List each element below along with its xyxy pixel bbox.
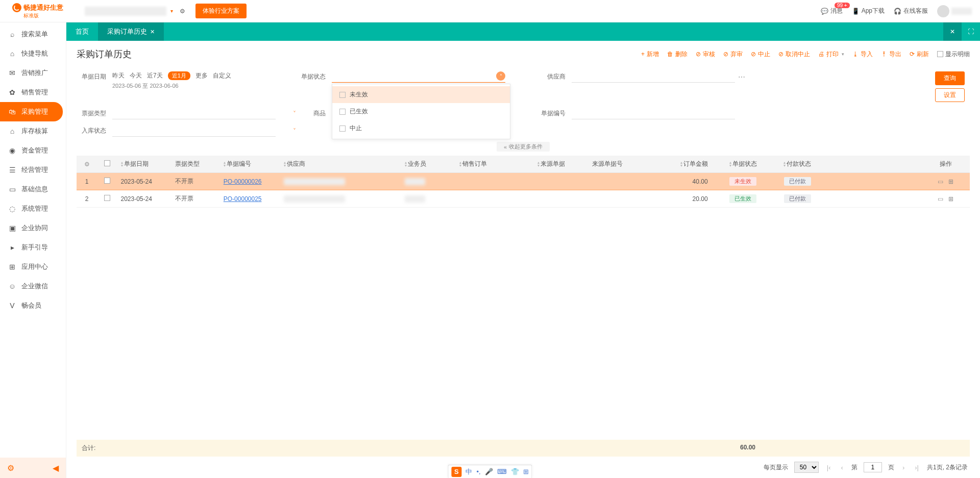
audit-button[interactable]: ⊘审核 bbox=[696, 50, 715, 59]
collapse-filters-button[interactable]: « 收起更多条件 bbox=[77, 140, 970, 156]
date-quick-custom[interactable]: 自定义 bbox=[213, 71, 231, 80]
view-icon[interactable]: ▭ bbox=[938, 178, 943, 185]
tab-home[interactable]: 首页 bbox=[66, 22, 98, 41]
print-button[interactable]: 🖨打印▾ bbox=[818, 50, 844, 59]
refresh-button[interactable]: ⟳刷新 bbox=[910, 50, 929, 59]
sidebar-item-operation[interactable]: ☰经营管理 bbox=[0, 160, 66, 180]
col-bill-status[interactable]: ▴▾单据状态 bbox=[716, 156, 771, 173]
prev-page-button[interactable]: ‹ bbox=[839, 464, 845, 471]
col-source-bill[interactable]: ▴▾来源单据 bbox=[534, 156, 589, 173]
status-option-not-effective[interactable]: 未生效 bbox=[332, 86, 510, 103]
sidebar-item-guide[interactable]: ▸新手引导 bbox=[0, 238, 66, 257]
try-industry-button[interactable]: 体验行业方案 bbox=[195, 4, 247, 18]
org-selector[interactable]: ▾ bbox=[85, 7, 173, 16]
select-all-checkbox[interactable] bbox=[97, 156, 117, 173]
col-sales-order[interactable]: ▴▾销售订单 bbox=[456, 156, 535, 173]
sidebar-item-marketing[interactable]: ✉营销推广 bbox=[0, 63, 66, 83]
table-row[interactable]: 2 2023-05-24 不开票 PO-00000025 20.00 已生效 bbox=[77, 190, 970, 208]
abandon-audit-button[interactable]: ⊘弃审 bbox=[723, 50, 743, 59]
stop-button[interactable]: ⊘中止 bbox=[751, 50, 770, 59]
tab-purchase-order-history[interactable]: 采购订单历史 ✕ bbox=[98, 22, 164, 41]
col-supplier[interactable]: ▴▾供应商 bbox=[281, 156, 402, 173]
cell-amount: 20.00 bbox=[655, 190, 716, 208]
col-date[interactable]: ▴▾单据日期 bbox=[118, 156, 173, 173]
col-invoice-type[interactable]: 票据类型 bbox=[172, 156, 220, 173]
toolbar-label: 打印 bbox=[826, 50, 839, 59]
collapse-sidebar-icon[interactable]: ◀ bbox=[53, 463, 59, 473]
app-download-button[interactable]: 📱 App下载 bbox=[852, 7, 885, 15]
more-icon[interactable]: ⊞ bbox=[948, 178, 953, 185]
sidebar-item-sales[interactable]: ✿销售管理 bbox=[0, 83, 66, 102]
query-button[interactable]: 查询 bbox=[935, 71, 965, 85]
col-bill-no[interactable]: ▴▾单据编号 bbox=[220, 156, 281, 173]
ime-lang[interactable]: 中 bbox=[465, 467, 472, 476]
ime-toolbar[interactable]: S 中 •, 🎤 ⌨ 👕 ⊞ bbox=[448, 465, 532, 478]
delete-button[interactable]: 🗑删除 bbox=[667, 50, 688, 59]
settings-gear-button[interactable]: ⚙ bbox=[177, 6, 187, 16]
new-button[interactable]: +新增 bbox=[641, 50, 659, 59]
more-icon[interactable]: ⊞ bbox=[948, 195, 953, 203]
tabs-fullscreen-button[interactable]: ⛶ bbox=[962, 22, 980, 41]
col-source-bill-no[interactable]: 来源单据号 bbox=[589, 156, 655, 173]
date-quick-yesterday[interactable]: 昨天 bbox=[112, 71, 125, 80]
sidebar-item-quick-nav[interactable]: ⌂快捷导航 bbox=[0, 44, 66, 63]
sidebar-item-finance[interactable]: ◉资金管理 bbox=[0, 141, 66, 160]
supplier-input[interactable] bbox=[572, 71, 735, 83]
close-icon[interactable]: ✕ bbox=[150, 29, 155, 35]
ime-toolbox-icon[interactable]: ⊞ bbox=[523, 468, 529, 475]
row-checkbox[interactable] bbox=[97, 173, 117, 190]
sidebar-item-member[interactable]: V畅会员 bbox=[0, 296, 66, 315]
date-quick-month[interactable]: 近1月 bbox=[168, 71, 190, 80]
date-quick-more[interactable]: 更多 bbox=[195, 71, 208, 80]
status-collapse-toggle[interactable]: ˄ bbox=[496, 71, 505, 81]
col-salesman[interactable]: ▴▾业务员 bbox=[402, 156, 456, 173]
sidebar-item-wechat[interactable]: ☺企业微信 bbox=[0, 276, 66, 296]
sidebar-item-inventory[interactable]: ⌂库存核算 bbox=[0, 121, 66, 141]
row-checkbox[interactable] bbox=[97, 190, 117, 208]
tabs-close-all-button[interactable]: ✕ bbox=[943, 22, 962, 41]
chevron-down-icon[interactable]: ˅ bbox=[293, 128, 296, 135]
sidebar-item-app-center[interactable]: ⊞应用中心 bbox=[0, 257, 66, 276]
sidebar-item-purchase[interactable]: 🛍采购管理 bbox=[0, 102, 63, 121]
instock-status-select[interactable] bbox=[112, 125, 276, 137]
bill-status-input[interactable] bbox=[332, 71, 505, 83]
ime-keyboard-icon[interactable]: ⌨ bbox=[497, 468, 507, 475]
cancel-stop-button[interactable]: ⊘取消中止 bbox=[778, 50, 810, 59]
ime-skin-icon[interactable]: 👕 bbox=[511, 468, 519, 475]
flower-icon: ✿ bbox=[8, 88, 16, 96]
sidebar-item-collab[interactable]: ▣企业协同 bbox=[0, 218, 66, 238]
last-page-button[interactable]: ›| bbox=[913, 464, 921, 471]
online-service-button[interactable]: 🎧 在线客服 bbox=[894, 7, 928, 15]
messages-button[interactable]: 💬 消息 99 + bbox=[821, 7, 843, 15]
bill-no-link[interactable]: PO-00000025 bbox=[224, 195, 262, 203]
status-option-effective[interactable]: 已生效 bbox=[332, 103, 510, 120]
date-quick-today[interactable]: 今天 bbox=[130, 71, 142, 80]
ime-voice-icon[interactable]: 🎤 bbox=[485, 468, 493, 475]
bill-no-input[interactable] bbox=[572, 108, 735, 119]
sidebar-item-basic-info[interactable]: ▭基础信息 bbox=[0, 180, 66, 199]
sidebar-item-search[interactable]: ⌕搜索菜单 bbox=[0, 24, 66, 44]
table-row[interactable]: 1 2023-05-24 不开票 PO-00000026 40.00 未生效 bbox=[77, 173, 970, 190]
view-icon[interactable]: ▭ bbox=[938, 195, 943, 203]
col-order-amount[interactable]: ▴▾订单金额 bbox=[655, 156, 716, 173]
user-menu[interactable] bbox=[937, 5, 972, 17]
bill-no-link[interactable]: PO-00000026 bbox=[224, 178, 262, 185]
invoice-type-select[interactable] bbox=[112, 108, 276, 119]
col-pay-status[interactable]: ▴▾付款状态 bbox=[770, 156, 825, 173]
filter-setting-button[interactable]: 设置 bbox=[935, 88, 965, 102]
next-page-button[interactable]: › bbox=[900, 464, 906, 471]
per-page-select[interactable]: 50 bbox=[794, 462, 819, 473]
sidebar-item-system[interactable]: ◌系统管理 bbox=[0, 199, 66, 218]
ime-punct-icon[interactable]: •, bbox=[476, 468, 480, 475]
settings-icon[interactable]: ⚙ bbox=[7, 463, 14, 473]
first-page-button[interactable]: |‹ bbox=[825, 464, 833, 471]
import-button[interactable]: ⭳导入 bbox=[852, 50, 873, 59]
date-quick-week[interactable]: 近7天 bbox=[147, 71, 163, 80]
table-settings-button[interactable]: ⚙ bbox=[77, 156, 97, 173]
page-input[interactable] bbox=[864, 462, 882, 472]
supplier-more-button[interactable]: ⋯ bbox=[735, 73, 749, 81]
col-label: 付款状态 bbox=[787, 160, 811, 167]
show-detail-toggle[interactable]: 显示明细 bbox=[937, 50, 970, 59]
status-option-stopped[interactable]: 中止 bbox=[332, 120, 510, 137]
export-button[interactable]: ⭱导出 bbox=[881, 50, 901, 59]
